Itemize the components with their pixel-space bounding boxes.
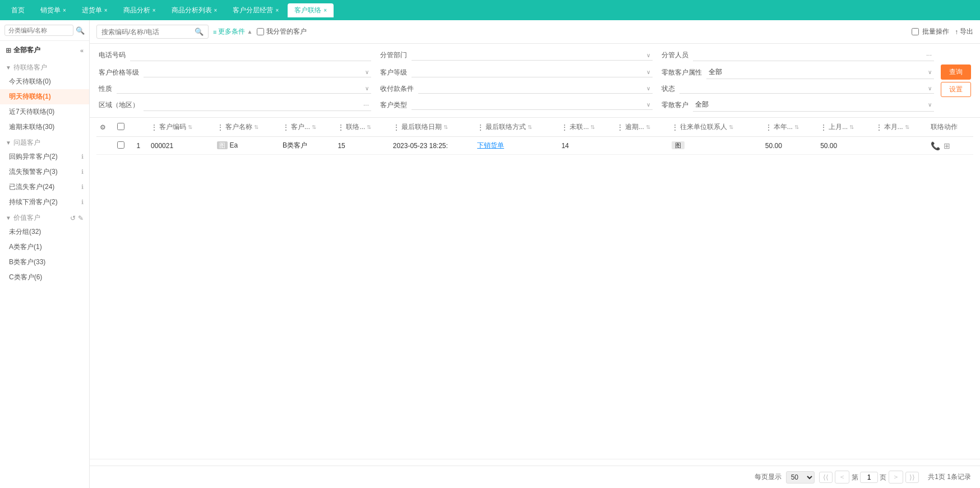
filter-icon: ≡ (213, 29, 216, 35)
col-name[interactable]: ⋮客户名称⇅ (214, 118, 279, 137)
reset-button[interactable]: 设置 (941, 82, 971, 97)
col-this-year[interactable]: ⋮本年...⇅ (762, 118, 817, 137)
col-code[interactable]: ⋮客户编码⇅ (147, 118, 213, 137)
phone-icon[interactable]: 📞 (931, 141, 940, 150)
action-icons: 📞 ⊞ (931, 141, 970, 150)
bottom-scrollbar[interactable] (90, 459, 980, 466)
col-contacts[interactable]: ⋮联络...⇅ (334, 118, 389, 137)
sidebar-search-icon[interactable]: 🔍 (76, 26, 85, 35)
page-size-select[interactable]: 50 10 20 100 (786, 471, 815, 484)
search-box: 🔍 (96, 25, 209, 39)
payment-select[interactable]: ∨ (418, 84, 653, 94)
filter-actions: 查询 设置 (941, 49, 971, 112)
nav-customer-contact[interactable]: 客户联络 × (288, 3, 334, 17)
person-select[interactable]: ··· (693, 49, 934, 61)
batch-checkbox[interactable] (912, 28, 919, 35)
nav-home[interactable]: 首页 (4, 3, 31, 17)
sidebar-item-ungrouped[interactable]: 未分组(32) (0, 224, 89, 240)
retail-attr-select[interactable]: 全部 ∨ (706, 66, 934, 79)
region-dots[interactable]: ··· (363, 101, 369, 109)
select-all-checkbox[interactable] (117, 123, 124, 130)
data-table-area: ⚙ ⋮客户编码⇅ ⋮客户名称⇅ ⋮客户...⇅ ⋮联络...⇅ ⋮最后联络日期⇅… (90, 118, 980, 459)
page-number-input[interactable] (860, 472, 878, 483)
next-page-btn[interactable]: ＞ (889, 471, 903, 484)
retail-customer-select[interactable]: 全部 ∨ (693, 98, 934, 112)
col-no-contact[interactable]: ⋮未联...⇅ (558, 118, 613, 137)
query-button[interactable]: 查询 (941, 65, 971, 80)
sidebar-search-input[interactable] (4, 25, 73, 36)
col-contacts2[interactable]: ⋮往来单位联系人⇅ (668, 118, 762, 137)
status-chevron: ∨ (928, 85, 932, 91)
cell-last-date: 2023-05-23 18:25: (390, 137, 474, 155)
sidebar-item-churn-warning[interactable]: 流失预警客户(3) ℹ (0, 164, 89, 179)
cell-last-method[interactable]: 下销货单 (474, 137, 558, 155)
nav-purchase-close[interactable]: × (104, 7, 108, 13)
first-page-btn[interactable]: ⟨⟨ (819, 472, 833, 483)
more-filter-btn[interactable]: ≡ 更多条件 ▲ (213, 27, 252, 36)
filter-phone: 电话号码 (99, 49, 371, 61)
customer-type-select[interactable]: ∨ (412, 100, 653, 110)
advanced-filter: 电话号码 分管部门 ∨ 分管人员 (90, 44, 980, 118)
customer-level-select[interactable]: ∨ (412, 67, 653, 77)
my-customer-filter[interactable]: 我分管的客户 (257, 27, 307, 36)
sidebar-item-churned[interactable]: 已流失客户(24) ℹ (0, 179, 89, 195)
nav-sales[interactable]: 销货单 × (34, 3, 73, 17)
sidebar-item-repurchase-abnormal[interactable]: 回购异常客户(2) ℹ (0, 149, 89, 164)
nav-customer-tier-close[interactable]: × (275, 7, 279, 13)
nav-product-analysis-close[interactable]: × (152, 7, 156, 13)
edit-icon[interactable]: ✎ (78, 214, 84, 222)
nav-product-analysis-list[interactable]: 商品分析列表 × (165, 3, 224, 17)
row-checkbox[interactable] (117, 141, 124, 149)
search-icon[interactable]: 🔍 (195, 27, 204, 36)
col-last-date[interactable]: ⋮最后联络日期⇅ (390, 118, 474, 137)
sidebar-collapse-icon[interactable]: « (80, 47, 84, 54)
cell-overdue (613, 137, 668, 155)
dept-select[interactable]: ∨ (412, 50, 653, 61)
cell-code: 000021 (147, 137, 213, 155)
phone-input[interactable] (130, 49, 371, 61)
retail-attr-chevron: ∨ (928, 69, 932, 75)
col-overdue[interactable]: ⋮逾期...⇅ (613, 118, 668, 137)
col-type[interactable]: ⋮客户...⇅ (279, 118, 334, 137)
cell-no-contact: 14 (558, 137, 613, 155)
sidebar-item-c-class[interactable]: C类客户(6) (0, 270, 89, 285)
sidebar-item-overdue[interactable]: 逾期未联络(30) (0, 119, 89, 135)
sidebar-item-declining[interactable]: 持续下滑客户(2) ℹ (0, 195, 89, 210)
filter-region: 区域（地区） ··· (99, 99, 371, 111)
sidebar-item-a-class[interactable]: A类客户(1) (0, 240, 89, 255)
cell-index: 1 (133, 137, 148, 155)
nav-sales-close[interactable]: × (63, 7, 66, 13)
sidebar-all-customers[interactable]: ⊞ 全部客户 « (0, 41, 89, 59)
col-this-month[interactable]: ⋮本月...⇅ (872, 118, 927, 137)
nav-customer-tier[interactable]: 客户分层经营 × (226, 3, 285, 17)
dept-chevron: ∨ (646, 52, 650, 58)
region-select[interactable]: ··· (144, 99, 371, 111)
person-dots[interactable]: ··· (926, 51, 932, 59)
grid-icon[interactable]: ⊞ (944, 141, 950, 150)
status-select[interactable]: ∨ (679, 84, 934, 94)
prev-page-btn[interactable]: ＜ (835, 471, 849, 484)
col-last-month[interactable]: ⋮上月...⇅ (817, 118, 872, 137)
cell-name: 图Ea (214, 137, 279, 155)
refresh-icon[interactable]: ↺ (70, 214, 76, 222)
col-last-method[interactable]: ⋮最后联络方式⇅ (474, 118, 558, 137)
nav-purchase[interactable]: 进货单 × (75, 3, 114, 17)
sidebar-item-7days[interactable]: 近7天待联络(0) (0, 104, 89, 119)
cell-checkbox (114, 137, 133, 155)
nature-select[interactable]: ∨ (117, 84, 371, 94)
search-input[interactable] (101, 28, 192, 36)
sidebar-item-b-class[interactable]: B类客户(33) (0, 255, 89, 270)
nav-product-analysis[interactable]: 商品分析 × (117, 3, 163, 17)
price-level-select[interactable]: ∨ (144, 67, 371, 77)
nav-product-analysis-list-close[interactable]: × (214, 7, 218, 13)
filter-person: 分管人员 ··· (662, 49, 934, 61)
nav-customer-contact-close[interactable]: × (323, 7, 327, 13)
sidebar-item-today[interactable]: 今天待联络(0) (0, 74, 89, 89)
filter-row-2: 客户价格等级 ∨ 客户等级 ∨ (99, 66, 934, 79)
my-customer-checkbox[interactable] (257, 28, 264, 35)
col-settings[interactable]: ⚙ (96, 118, 114, 137)
last-page-btn[interactable]: ⟩⟩ (905, 472, 919, 483)
export-btn[interactable]: ↑ 导出 (955, 27, 973, 36)
sidebar-item-tomorrow[interactable]: 明天待联络(1) (0, 89, 89, 104)
batch-op-btn[interactable]: 批量操作 (912, 27, 949, 36)
